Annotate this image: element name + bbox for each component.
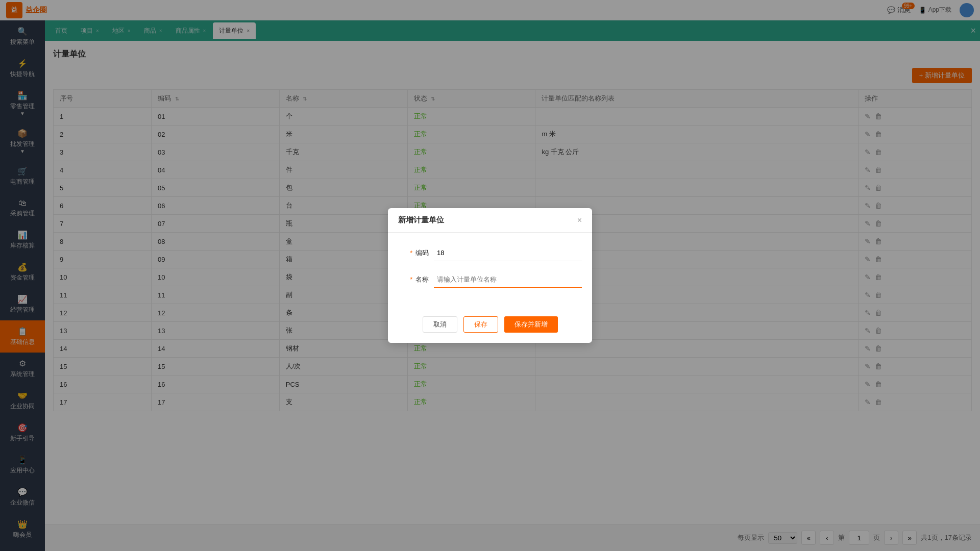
code-required-marker: * [410, 249, 412, 257]
save-and-add-button[interactable]: 保存并新增 [504, 316, 558, 333]
modal-body: * 编码 * 名称 [388, 233, 592, 310]
name-label: * 名称 [398, 275, 429, 284]
cancel-button[interactable]: 取消 [423, 316, 457, 333]
modal-header: 新增计量单位 × [388, 208, 592, 233]
form-row-code: * 编码 [398, 245, 582, 261]
form-row-name: * 名称 [398, 271, 582, 288]
code-label: * 编码 [398, 248, 429, 258]
modal-overlay: 新增计量单位 × * 编码 * 名称 取消 保存 保存并新增 [0, 0, 980, 551]
name-input[interactable] [434, 271, 582, 288]
name-required-marker: * [410, 276, 412, 283]
name-label-text: 名称 [415, 276, 429, 283]
code-label-text: 编码 [415, 249, 429, 257]
modal-footer: 取消 保存 保存并新增 [388, 310, 592, 343]
modal-title: 新增计量单位 [398, 215, 444, 225]
code-input[interactable] [434, 245, 582, 261]
modal-close-button[interactable]: × [577, 216, 582, 225]
save-button[interactable]: 保存 [463, 316, 498, 333]
modal-dialog: 新增计量单位 × * 编码 * 名称 取消 保存 保存并新增 [388, 208, 592, 343]
